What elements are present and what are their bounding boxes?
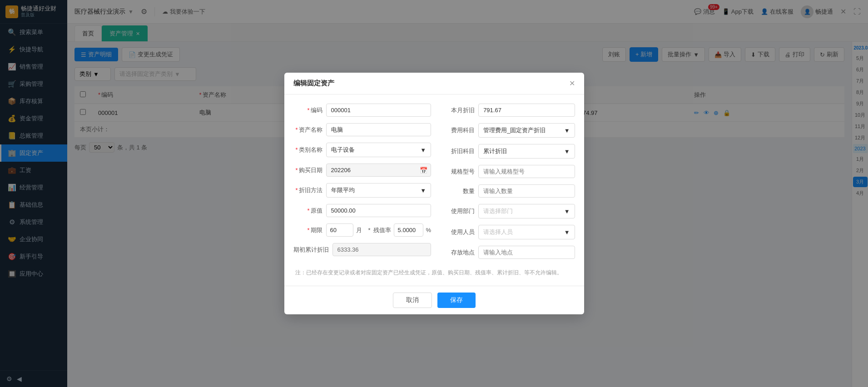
category-select-value: 电子设备	[331, 146, 355, 154]
modal-note: 注：已经存在变更记录或者对应固定资产已经生成凭证，原值、购买日期、残值率、累计折…	[293, 269, 575, 277]
original-value-input[interactable]	[326, 204, 432, 217]
modal-close-icon[interactable]: ✕	[569, 79, 575, 88]
form-row-spec: 规格型号	[446, 165, 575, 178]
name-label: *资产名称	[293, 126, 326, 134]
form-row-monthly-dep: 本月折旧	[446, 104, 575, 117]
category-label: *类别名称	[293, 146, 326, 154]
expense-account-value: 管理费用_固定资产折旧	[483, 126, 546, 134]
dep-account-chevron: ▼	[564, 148, 570, 155]
form-row-original-value: *原值	[293, 204, 432, 217]
user-placeholder: 请选择人员	[483, 228, 513, 236]
form-row-location: 存放地点	[446, 246, 575, 259]
edit-asset-modal: 编辑固定资产 ✕ *编码 *资产名称	[284, 73, 584, 314]
quantity-input[interactable]	[478, 184, 575, 198]
modal-right-col: 本月折旧 费用科目 管理费用_固定资产折旧 ▼ 折旧科目	[446, 104, 575, 265]
modal-overlay: 编辑固定资产 ✕ *编码 *资产名称	[0, 0, 868, 387]
method-select[interactable]: 年限平均 ▼	[326, 183, 432, 198]
form-row-method: *折旧方法 年限平均 ▼	[293, 183, 432, 198]
modal-left-col: *编码 *资产名称 *类别名称	[293, 104, 432, 265]
purchase-date-label: *购买日期	[293, 166, 326, 174]
code-input[interactable]	[326, 104, 432, 117]
form-row-user: 使用人员 请选择人员 ▼	[446, 225, 575, 239]
form-row-dep-account: 折旧科目 累计折旧 ▼	[446, 144, 575, 159]
code-label: *编码	[293, 106, 326, 114]
calendar-icon: 📅	[420, 167, 427, 174]
category-select-chevron: ▼	[420, 147, 426, 154]
user-chevron: ▼	[564, 229, 570, 236]
period-container: 月 * 残值率 %	[326, 223, 432, 237]
residual-text: 残值率	[373, 226, 391, 234]
user-select[interactable]: 请选择人员 ▼	[478, 225, 575, 239]
department-select[interactable]: 请选择部门 ▼	[478, 204, 575, 218]
modal-footer: 取消 保存	[284, 286, 584, 314]
form-row-period: *期限 月 * 残值率 %	[293, 223, 432, 237]
spec-input[interactable]	[478, 165, 575, 178]
modal-grid: *编码 *资产名称 *类别名称	[293, 104, 575, 265]
form-row-expense-account: 费用科目 管理费用_固定资产折旧 ▼	[446, 123, 575, 138]
residual-label: *	[368, 227, 371, 233]
location-input[interactable]	[478, 246, 575, 259]
category-select[interactable]: 电子设备 ▼	[326, 143, 432, 157]
modal-header: 编辑固定资产 ✕	[284, 73, 584, 94]
department-chevron: ▼	[564, 208, 570, 215]
period-unit: 月	[356, 226, 362, 234]
form-row-initial-acc-dep: 期初累计折旧	[293, 243, 432, 256]
department-label: 使用部门	[446, 207, 478, 215]
location-label: 存放地点	[446, 248, 478, 257]
initial-acc-dep-input[interactable]	[332, 243, 432, 256]
cancel-button[interactable]: 取消	[393, 293, 432, 308]
expense-account-select[interactable]: 管理费用_固定资产折旧 ▼	[478, 123, 575, 138]
expense-account-chevron: ▼	[564, 127, 570, 134]
initial-acc-dep-label: 期初累计折旧	[293, 246, 332, 254]
monthly-dep-label: 本月折旧	[446, 106, 478, 114]
modal-body: *编码 *资产名称 *类别名称	[284, 94, 584, 286]
original-value-label: *原值	[293, 207, 326, 215]
monthly-dep-input[interactable]	[478, 104, 575, 117]
purchase-date-container: 📅	[326, 164, 432, 177]
form-row-quantity: 数量	[446, 184, 575, 198]
expense-account-label: 费用科目	[446, 126, 478, 134]
form-row-name: *资产名称	[293, 123, 432, 136]
dep-account-select[interactable]: 累计折旧 ▼	[478, 144, 575, 159]
dep-account-label: 折旧科目	[446, 147, 478, 155]
form-row-category: *类别名称 电子设备 ▼	[293, 143, 432, 157]
residual-input[interactable]	[394, 223, 423, 237]
method-select-value: 年限平均	[331, 186, 355, 194]
method-label: *折旧方法	[293, 186, 326, 194]
form-row-department: 使用部门 请选择部门 ▼	[446, 204, 575, 218]
user-label: 使用人员	[446, 228, 478, 236]
residual-unit: %	[426, 227, 432, 233]
name-input[interactable]	[326, 123, 432, 136]
spec-label: 规格型号	[446, 168, 478, 176]
period-input[interactable]	[326, 223, 353, 237]
period-label: *期限	[293, 226, 326, 234]
purchase-date-input[interactable]	[326, 164, 432, 177]
form-row-code: *编码	[293, 104, 432, 117]
modal-title: 编辑固定资产	[293, 79, 334, 88]
quantity-label: 数量	[446, 187, 478, 195]
department-placeholder: 请选择部门	[483, 207, 513, 215]
method-select-chevron: ▼	[420, 187, 426, 194]
dep-account-value: 累计折旧	[483, 147, 507, 155]
form-row-purchase-date: *购买日期 📅	[293, 164, 432, 177]
save-button[interactable]: 保存	[437, 293, 476, 308]
